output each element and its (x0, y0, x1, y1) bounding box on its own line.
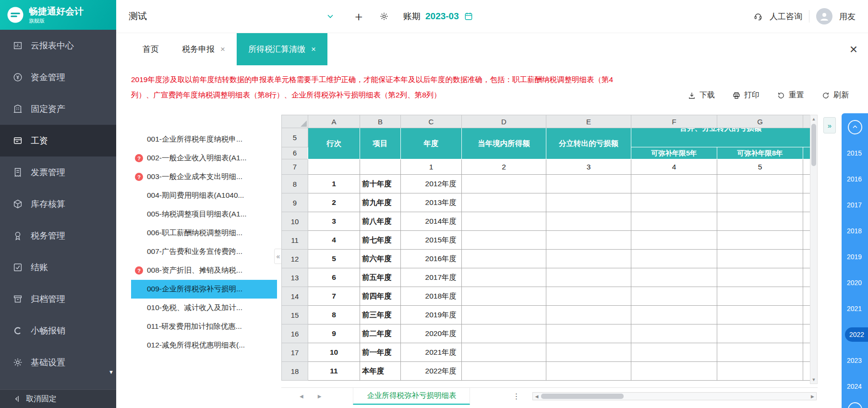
rail-year[interactable]: 2015 (842, 140, 868, 166)
cell[interactable] (546, 362, 631, 381)
refresh-button[interactable]: 刷新 (821, 90, 849, 100)
column-header[interactable]: E (546, 115, 631, 128)
cell[interactable] (462, 343, 546, 362)
more-dots-icon[interactable]: ⋮ (512, 392, 520, 401)
consult-link[interactable]: 人工咨询 (770, 11, 802, 22)
column-header[interactable]: B (360, 115, 401, 128)
report-item-selected[interactable]: 009-企业所得税弥补亏损明... (131, 280, 277, 299)
cell[interactable]: 4 (631, 159, 717, 175)
cell[interactable]: 2 (462, 159, 546, 175)
cell[interactable] (462, 324, 546, 343)
column-header-partial[interactable] (803, 115, 810, 128)
column-header[interactable]: F (631, 115, 717, 128)
cell[interactable] (308, 159, 360, 175)
cell[interactable] (717, 231, 803, 250)
sidebar-item-funds[interactable]: 资金管理 (0, 61, 116, 93)
unpin-sidebar-button[interactable]: 取消固定 (0, 389, 116, 408)
cell[interactable] (360, 159, 401, 175)
cell[interactable]: 2017年度 (401, 268, 462, 287)
cell[interactable]: 5 (308, 250, 360, 268)
rail-year-selected[interactable]: 2022 (842, 322, 868, 348)
cell[interactable] (717, 324, 803, 343)
sidebar-item-reimburse[interactable]: 小畅报销 (0, 315, 116, 347)
sidebar-item-invoice[interactable]: 发票管理 (0, 156, 116, 188)
header-cell[interactable]: 行次 (308, 128, 360, 159)
cell[interactable] (631, 268, 717, 287)
cell[interactable] (546, 324, 631, 343)
column-header[interactable]: G (717, 115, 803, 128)
sheet-next-icon[interactable]: ▶ (318, 394, 322, 399)
cell[interactable] (462, 193, 546, 212)
cell[interactable] (462, 287, 546, 306)
sidebar-item-closing[interactable]: 结账 (0, 252, 116, 283)
vscroll-down-icon[interactable]: ▼ (810, 376, 817, 384)
rail-year[interactable]: 2018 (842, 218, 868, 244)
report-item[interactable]: 005-纳税调整项目明细表(A1... (131, 205, 277, 224)
header-cell[interactable]: 可弥补年限8年 (717, 147, 803, 159)
select-all-corner[interactable] (282, 115, 308, 128)
cell[interactable]: 2018年度 (401, 287, 462, 306)
cell[interactable]: 11 (308, 362, 360, 381)
sheet-prev-icon[interactable]: ◀ (300, 394, 303, 399)
cell[interactable] (803, 159, 810, 175)
sidebar-item-inventory[interactable]: 库存核算 (0, 188, 116, 220)
cell[interactable] (631, 250, 717, 268)
tab-home[interactable]: 首页 (131, 33, 170, 65)
user-menu[interactable]: 用友 (839, 11, 856, 22)
avatar[interactable] (816, 8, 832, 24)
cell[interactable]: 前四年度 (360, 287, 401, 306)
cell[interactable] (462, 175, 546, 193)
cell[interactable]: 2 (308, 193, 360, 212)
cell[interactable]: 2016年度 (401, 250, 462, 268)
cell[interactable]: 3 (546, 159, 631, 175)
cell[interactable]: 7 (308, 287, 360, 306)
cell[interactable] (803, 212, 810, 231)
header-cell[interactable]: 分立转出的亏损额 (546, 128, 631, 159)
cell[interactable] (717, 250, 803, 268)
cell[interactable] (803, 231, 810, 250)
calendar-icon[interactable] (464, 12, 473, 21)
cell[interactable] (462, 268, 546, 287)
cell[interactable] (631, 343, 717, 362)
horizontal-scrollbar[interactable]: ◀ ▶ (532, 392, 817, 400)
cell[interactable] (631, 212, 717, 231)
rail-up-button[interactable] (848, 120, 862, 134)
reset-button[interactable]: 重置 (777, 90, 804, 100)
cell[interactable] (546, 193, 631, 212)
cell[interactable] (803, 287, 810, 306)
report-item[interactable]: 012-减免所得税优惠明细表(... (131, 336, 277, 355)
row-header[interactable]: 10 (282, 212, 308, 231)
company-selector[interactable]: 测试 (129, 10, 335, 23)
cell[interactable] (717, 193, 803, 212)
rail-year[interactable]: 2024 (842, 373, 868, 399)
cell[interactable] (631, 306, 717, 324)
cell[interactable] (631, 324, 717, 343)
cell[interactable] (631, 231, 717, 250)
cell[interactable]: 前八年度 (360, 212, 401, 231)
cell[interactable]: 前五年度 (360, 268, 401, 287)
print-button[interactable]: 打印 (732, 90, 760, 100)
row-header[interactable]: 5 (282, 128, 308, 147)
cell[interactable] (717, 362, 803, 381)
sidebar-item-archive[interactable]: 归档管理 (0, 283, 116, 315)
cell[interactable] (462, 362, 546, 381)
header-cell[interactable]: 当年境内所得额 (462, 128, 546, 159)
row-header[interactable]: 9 (282, 193, 308, 212)
cell[interactable] (717, 343, 803, 362)
cell[interactable] (631, 362, 717, 381)
cell[interactable]: 本年度 (360, 362, 401, 381)
sidebar-scroll-down-icon[interactable]: ▼ (108, 369, 114, 375)
sidebar-item-salary[interactable]: 工资 (0, 125, 116, 156)
report-item[interactable]: 010-免税、减计收入及加计... (131, 299, 277, 317)
sidebar-item-settings[interactable]: 基础设置 (0, 347, 116, 378)
row-header[interactable]: 16 (282, 324, 308, 343)
cell[interactable]: 前六年度 (360, 250, 401, 268)
report-item[interactable]: 007-广告费和业务宣传费跨... (131, 242, 277, 261)
cell[interactable] (717, 175, 803, 193)
cell[interactable]: 前七年度 (360, 231, 401, 250)
column-header[interactable]: C (401, 115, 462, 128)
report-item[interactable]: ?008-资产折旧、摊销及纳税... (131, 261, 277, 280)
report-item[interactable]: ?002-一般企业收入明细表(A1... (131, 149, 277, 168)
column-header[interactable]: D (462, 115, 546, 128)
cell[interactable]: 2012年度 (401, 175, 462, 193)
